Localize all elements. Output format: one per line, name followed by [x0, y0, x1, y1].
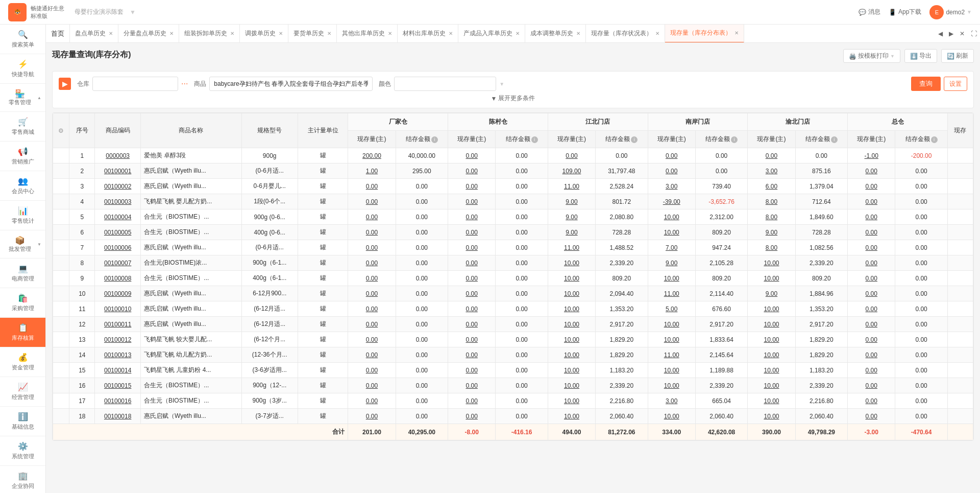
tab-stock-status[interactable]: 现存量（库存状况表） ✕	[586, 25, 665, 43]
table-cell[interactable]: 0.00	[348, 393, 396, 409]
table-cell[interactable]: 10.00	[548, 347, 595, 363]
table-cell[interactable]: 10.00	[748, 317, 795, 332]
table-cell[interactable]: 10.00	[548, 271, 595, 286]
tab-other-out-close[interactable]: ✕	[388, 31, 392, 36]
table-cell[interactable]: 109.00	[548, 163, 595, 179]
sidebar-item-marketing[interactable]: 📢 营销推广	[0, 142, 45, 171]
table-cell[interactable]: 10.00	[748, 255, 795, 271]
table-cell[interactable]: 200.00	[348, 148, 396, 163]
tab-stock-dist-close[interactable]: ✕	[734, 30, 739, 36]
tab-product-in[interactable]: 产成品入库单历史 ✕	[458, 25, 525, 43]
table-cell[interactable]: 00100003	[95, 194, 141, 209]
table-cell[interactable]: 10.00	[548, 378, 595, 393]
refresh-btn[interactable]: 🔄 刷新	[941, 49, 974, 63]
table-cell[interactable]: 0.00	[348, 301, 396, 317]
table-cell[interactable]: 0.00	[348, 378, 396, 393]
sidebar-item-search[interactable]: 🔍 搜索英单	[0, 25, 45, 54]
table-cell[interactable]: 0.00	[848, 194, 895, 209]
table-cell[interactable]: 11.00	[648, 347, 695, 363]
table-cell[interactable]: 3.00	[648, 393, 695, 409]
table-cell[interactable]: 00100004	[95, 209, 141, 225]
table-cell[interactable]: 8.00	[748, 240, 795, 255]
sidebar-item-inventory[interactable]: 📋 库存核算	[0, 318, 45, 347]
table-cell[interactable]: 8.00	[748, 209, 795, 225]
table-cell[interactable]: 10.00	[548, 332, 595, 347]
sidebar-item-enterprise[interactable]: 🏢 企业协同	[0, 466, 45, 493]
table-cell[interactable]: 10.00	[548, 393, 595, 409]
table-cell[interactable]: 0.00	[848, 209, 895, 225]
tab-fdisk[interactable]: 分量盘点单历史 ✕	[118, 25, 179, 43]
table-cell[interactable]: 10.00	[748, 271, 795, 286]
table-cell[interactable]: 10.00	[648, 209, 695, 225]
table-cell[interactable]: 0.00	[448, 317, 496, 332]
table-cell[interactable]: 10.00	[548, 255, 595, 271]
expand-conditions-btn[interactable]: ▼ 展开更多条件	[59, 94, 967, 103]
table-cell[interactable]: 8.00	[748, 194, 795, 209]
table-cell[interactable]: 5.00	[648, 301, 695, 317]
table-cell[interactable]: 0.00	[348, 317, 396, 332]
table-cell[interactable]: 0.00	[848, 286, 895, 301]
table-cell[interactable]: 0.00	[648, 163, 695, 179]
sidebar-item-wholesale[interactable]: 📦 批发管理 ▼	[0, 230, 45, 259]
sidebar-item-retail-stat[interactable]: 📊 零售统计	[0, 201, 45, 230]
table-cell[interactable]: 0.00	[848, 393, 895, 409]
table-cell[interactable]: 00100014	[95, 363, 141, 378]
table-cell[interactable]: 6.00	[748, 179, 795, 194]
table-cell[interactable]: -39.00	[648, 194, 695, 209]
tab-disk[interactable]: 盘点单历史 ✕	[70, 25, 118, 43]
warehouse-input[interactable]	[92, 77, 178, 91]
sidebar-item-basic[interactable]: ℹ️ 基础信息	[0, 407, 45, 436]
table-cell[interactable]: 0.00	[848, 163, 895, 179]
table-cell[interactable]: 10.00	[748, 301, 795, 317]
table-cell[interactable]: 10.00	[748, 347, 795, 363]
table-cell[interactable]: 0.00	[348, 209, 396, 225]
table-cell[interactable]: 7.00	[648, 240, 695, 255]
table-cell[interactable]: 00100018	[95, 409, 141, 424]
table-cell[interactable]: 0.00	[348, 347, 396, 363]
tab-stock-status-close[interactable]: ✕	[655, 31, 659, 36]
table-cell[interactable]: 0.00	[848, 317, 895, 332]
messages-btn[interactable]: 💬 消息	[859, 8, 880, 16]
table-cell[interactable]: 0.00	[348, 194, 396, 209]
table-cell[interactable]: 0.00	[848, 378, 895, 393]
table-cell[interactable]: 0.00	[348, 363, 396, 378]
table-cell[interactable]: 0.00	[848, 225, 895, 240]
table-cell[interactable]: -1.00	[848, 148, 895, 163]
table-cell[interactable]: 10.00	[648, 225, 695, 240]
settings-gear-icon[interactable]: ⚙	[58, 127, 64, 134]
tab-product-in-close[interactable]: ✕	[516, 31, 520, 36]
tab-material-out[interactable]: 材料出库单历史 ✕	[398, 25, 458, 43]
total-amount-info[interactable]: i	[931, 136, 938, 143]
table-cell[interactable]: 0.00	[348, 286, 396, 301]
table-cell[interactable]: 00100015	[95, 378, 141, 393]
table-cell[interactable]: 0.00	[848, 409, 895, 424]
table-cell[interactable]: 00100002	[95, 179, 141, 194]
export-btn[interactable]: ⬇️ 导出	[904, 49, 937, 63]
search-button[interactable]: 查询	[911, 77, 941, 91]
sidebar-item-purchase[interactable]: 🛍️ 采购管理	[0, 288, 45, 318]
tab-combo-close[interactable]: ✕	[230, 31, 234, 36]
table-cell[interactable]: 11.00	[548, 240, 595, 255]
table-cell[interactable]: 00100006	[95, 240, 141, 255]
table-cell[interactable]: 0.00	[448, 209, 496, 225]
table-cell[interactable]: 0.00	[348, 225, 396, 240]
table-cell[interactable]: 10.00	[648, 317, 695, 332]
table-cell[interactable]: 0.00	[548, 148, 595, 163]
tab-fdisk-close[interactable]: ✕	[169, 31, 174, 36]
factory-amount-info[interactable]: i	[431, 136, 438, 143]
table-cell[interactable]: 00100007	[95, 255, 141, 271]
table-cell[interactable]: 10.00	[648, 332, 695, 347]
sidebar-item-retail-mgmt[interactable]: 🏪 零售管理 ▲	[0, 84, 45, 112]
table-cell[interactable]: 0.00	[448, 148, 496, 163]
table-cell[interactable]: 10.00	[748, 363, 795, 378]
sidebar-item-finance[interactable]: 💰 资金管理	[0, 347, 45, 377]
tab-home[interactable]: 首页	[46, 25, 70, 43]
table-cell[interactable]: 10.00	[548, 301, 595, 317]
table-cell[interactable]: 0.00	[448, 286, 496, 301]
tab-other-out[interactable]: 其他出库单历史 ✕	[337, 25, 398, 43]
table-cell[interactable]: 00100010	[95, 301, 141, 317]
table-cell[interactable]: 0.00	[448, 332, 496, 347]
table-cell[interactable]: 00100016	[95, 393, 141, 409]
print-btn[interactable]: 🖨️ 按模板打印 ▼	[843, 49, 900, 63]
sidebar-item-ecommerce[interactable]: 💻 电商管理	[0, 259, 45, 288]
